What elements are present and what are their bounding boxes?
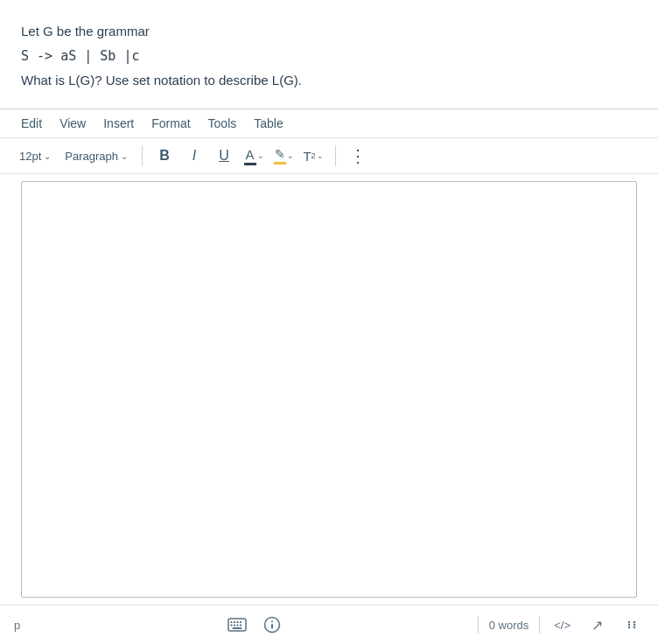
status-bar-right: 0 words </> ↗ [478, 612, 644, 637]
more-options-button[interactable]: ⋮ [345, 144, 371, 168]
menu-tools[interactable]: Tools [208, 115, 237, 132]
svg-rect-3 [236, 621, 238, 623]
svg-point-18 [634, 624, 635, 626]
question-line-2: S -> aS | Sb |c [21, 46, 637, 66]
paragraph-tag: p [14, 619, 32, 632]
code-view-button[interactable]: </> [550, 612, 574, 637]
font-size-value: 12pt [19, 150, 41, 163]
question-line-3: What is L(G)? Use set notation to descri… [21, 70, 637, 91]
svg-point-13 [628, 621, 630, 623]
editor-container [0, 174, 658, 605]
svg-rect-1 [230, 621, 232, 623]
menu-edit[interactable]: Edit [21, 115, 42, 132]
menu-insert[interactable]: Insert [103, 115, 134, 132]
code-divider [539, 616, 540, 634]
svg-rect-9 [232, 627, 242, 629]
svg-rect-2 [234, 621, 235, 623]
superscript-chevron: ⌄ [317, 151, 324, 160]
paragraph-style-value: Paragraph [65, 150, 118, 163]
font-color-icon: A [244, 147, 256, 165]
toolbar-divider-1 [142, 145, 143, 166]
underline-button[interactable]: U [211, 144, 237, 168]
grid-options-button[interactable] [620, 612, 644, 637]
menu-format[interactable]: Format [151, 115, 190, 132]
status-bar: p 0 words [0, 605, 658, 644]
info-icon-button[interactable] [260, 612, 284, 637]
svg-rect-5 [230, 625, 232, 626]
question-area: Let G be the grammar S -> aS | Sb |c Wha… [0, 0, 658, 108]
svg-rect-8 [240, 625, 242, 626]
font-color-chevron: ⌄ [257, 151, 264, 160]
question-line-1: Let G be the grammar [21, 21, 637, 42]
svg-rect-6 [234, 625, 235, 626]
svg-point-14 [634, 621, 635, 623]
menu-view[interactable]: View [60, 115, 86, 132]
svg-rect-7 [236, 625, 238, 626]
italic-button[interactable]: I [181, 144, 207, 168]
toolbar: 12pt ⌄ Paragraph ⌄ B I U A ⌄ ✎ ⌄ T2 ⌄ ⋮ [0, 138, 658, 174]
paragraph-style-select[interactable]: Paragraph ⌄ [60, 147, 133, 165]
expand-button[interactable]: ↗ [584, 612, 609, 637]
svg-point-17 [628, 624, 630, 626]
paragraph-style-chevron: ⌄ [121, 151, 128, 161]
word-count: 0 words [489, 619, 529, 632]
bold-button[interactable]: B [151, 144, 178, 168]
highlight-button[interactable]: ✎ ⌄ [270, 144, 297, 168]
svg-point-16 [634, 626, 635, 628]
toolbar-divider-2 [335, 145, 336, 166]
font-color-button[interactable]: A ⌄ [241, 144, 267, 168]
status-bar-center [32, 612, 478, 637]
keyboard-icon-button[interactable] [225, 612, 249, 637]
svg-rect-4 [240, 621, 242, 623]
svg-rect-12 [271, 624, 273, 629]
menu-table[interactable]: Table [254, 115, 283, 132]
editor-textarea[interactable] [22, 182, 636, 597]
highlight-icon: ✎ [274, 147, 286, 164]
word-count-divider [478, 616, 479, 634]
svg-point-15 [628, 626, 630, 628]
font-size-chevron: ⌄ [44, 151, 51, 161]
menu-bar: Edit View Insert Format Tools Table [0, 109, 658, 138]
svg-point-11 [271, 621, 273, 623]
font-size-select[interactable]: 12pt ⌄ [14, 147, 56, 165]
highlight-chevron: ⌄ [287, 151, 294, 160]
editor-box [21, 181, 637, 598]
superscript-button[interactable]: T2 ⌄ [300, 144, 326, 168]
